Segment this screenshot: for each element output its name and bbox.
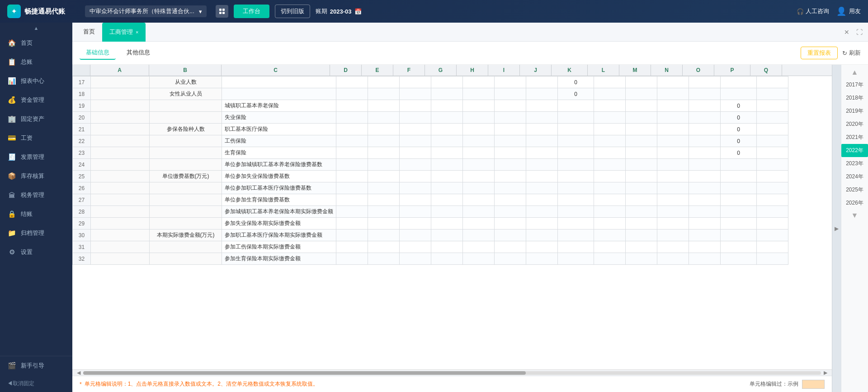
cell-22-n[interactable]: [657, 135, 689, 147]
scroll-thumb[interactable]: [83, 371, 526, 375]
cell-24-b[interactable]: [150, 159, 222, 171]
cell-25-f[interactable]: [400, 171, 431, 182]
year-2017[interactable]: 2017年: [841, 78, 868, 91]
cell-32-k[interactable]: [558, 253, 594, 265]
cell-32-q[interactable]: [757, 253, 788, 265]
cell-31-j[interactable]: [526, 241, 558, 253]
cell-30-p[interactable]: [721, 229, 757, 241]
cell-25-i[interactable]: [495, 171, 526, 182]
cell-19-q[interactable]: [757, 100, 788, 112]
cell-22-q[interactable]: [757, 135, 788, 147]
table-scroll[interactable]: 17 从业人数 0: [72, 76, 832, 369]
cell-31-k[interactable]: [558, 241, 594, 253]
cell-22-e[interactable]: [368, 135, 400, 147]
cell-30-d[interactable]: [336, 229, 368, 241]
cell-32-f[interactable]: [400, 253, 431, 265]
cell-17-d[interactable]: [336, 76, 368, 88]
cell-30-n[interactable]: [657, 229, 689, 241]
cell-17-j[interactable]: [526, 76, 558, 88]
cell-28-d[interactable]: [336, 206, 368, 218]
year-2022[interactable]: 2022年: [841, 144, 868, 157]
cell-28-m[interactable]: [626, 206, 657, 218]
cell-29-k[interactable]: [558, 218, 594, 229]
workbench-button[interactable]: 工作台: [234, 5, 269, 18]
tab-home[interactable]: 首页: [76, 23, 102, 42]
cell-28-j[interactable]: [526, 206, 558, 218]
cell-18-b[interactable]: 女性从业人员: [150, 88, 222, 100]
cell-29-o[interactable]: [689, 218, 721, 229]
cell-22-b[interactable]: [150, 135, 222, 147]
sidebar-item-invoice[interactable]: 🧾 发票管理: [0, 148, 72, 167]
cell-24-f[interactable]: [400, 159, 431, 171]
cell-18-d[interactable]: [336, 88, 368, 100]
cell-24-c[interactable]: 单位参加城镇职工基本养老保险缴费基数: [222, 159, 336, 171]
cell-26-a[interactable]: [91, 182, 150, 194]
cell-20-a[interactable]: [91, 112, 150, 124]
cell-23-k[interactable]: [558, 147, 594, 159]
cell-17-q[interactable]: [757, 76, 788, 88]
close-button[interactable]: ✕: [842, 27, 852, 37]
cell-17-c[interactable]: [222, 76, 336, 88]
cell-30-f[interactable]: [400, 229, 431, 241]
sub-tab-other[interactable]: 其他信息: [120, 46, 156, 60]
cell-26-m[interactable]: [626, 182, 657, 194]
cell-18-k[interactable]: 0: [558, 88, 594, 100]
cell-32-c[interactable]: 参加生育保险本期实际缴费金额: [222, 253, 336, 265]
year-2020[interactable]: 2020年: [841, 118, 868, 131]
cell-20-c[interactable]: 失业保险: [222, 112, 336, 124]
cell-18-o[interactable]: [689, 88, 721, 100]
cell-24-e[interactable]: [368, 159, 400, 171]
cell-21-d[interactable]: [336, 124, 368, 135]
cell-30-q[interactable]: [757, 229, 788, 241]
cell-19-j[interactable]: [526, 100, 558, 112]
sidebar-item-ledger[interactable]: 📋 总账: [0, 53, 72, 72]
cell-22-j[interactable]: [526, 135, 558, 147]
year-2019[interactable]: 2019年: [841, 105, 868, 118]
cell-29-p[interactable]: [721, 218, 757, 229]
cell-17-e[interactable]: [368, 76, 400, 88]
cell-27-k[interactable]: [558, 194, 594, 206]
cell-26-h[interactable]: [463, 182, 495, 194]
calendar-icon[interactable]: 📅: [354, 8, 362, 15]
cell-22-l[interactable]: [594, 135, 626, 147]
cell-27-h[interactable]: [463, 194, 495, 206]
cell-28-g[interactable]: [431, 206, 463, 218]
cell-17-f[interactable]: [400, 76, 431, 88]
cell-18-i[interactable]: [495, 88, 526, 100]
cell-30-j[interactable]: [526, 229, 558, 241]
cell-23-f[interactable]: [400, 147, 431, 159]
cell-25-l[interactable]: [594, 171, 626, 182]
cell-27-c[interactable]: 单位参加生育保险缴费基数: [222, 194, 336, 206]
cell-27-o[interactable]: [689, 194, 721, 206]
year-2021[interactable]: 2021年: [841, 131, 868, 144]
cell-21-i[interactable]: [495, 124, 526, 135]
cell-27-g[interactable]: [431, 194, 463, 206]
tab-business[interactable]: 工商管理 ×: [102, 23, 146, 42]
cell-25-p[interactable]: [721, 171, 757, 182]
sidebar-item-newuser[interactable]: 🎬 新手引导: [0, 356, 72, 375]
cell-21-j[interactable]: [526, 124, 558, 135]
cell-27-b[interactable]: [150, 194, 222, 206]
cell-30-e[interactable]: [368, 229, 400, 241]
cell-24-a[interactable]: [91, 159, 150, 171]
cell-17-g[interactable]: [431, 76, 463, 88]
year-nav-down[interactable]: ▼: [841, 210, 868, 221]
cell-24-q[interactable]: [757, 159, 788, 171]
cell-26-p[interactable]: [721, 182, 757, 194]
cell-32-p[interactable]: [721, 253, 757, 265]
cell-30-h[interactable]: [463, 229, 495, 241]
cell-32-a[interactable]: [91, 253, 150, 265]
cell-25-m[interactable]: [626, 171, 657, 182]
cell-19-i[interactable]: [495, 100, 526, 112]
cell-18-m[interactable]: [626, 88, 657, 100]
cell-20-f[interactable]: [400, 112, 431, 124]
refresh-button[interactable]: ↻ 刷新: [842, 49, 861, 57]
cell-30-m[interactable]: [626, 229, 657, 241]
cell-27-m[interactable]: [626, 194, 657, 206]
cell-18-h[interactable]: [463, 88, 495, 100]
cell-17-n[interactable]: [657, 76, 689, 88]
cell-22-k[interactable]: [558, 135, 594, 147]
cell-28-l[interactable]: [594, 206, 626, 218]
cell-19-a[interactable]: [91, 100, 150, 112]
year-2018[interactable]: 2018年: [841, 91, 868, 105]
